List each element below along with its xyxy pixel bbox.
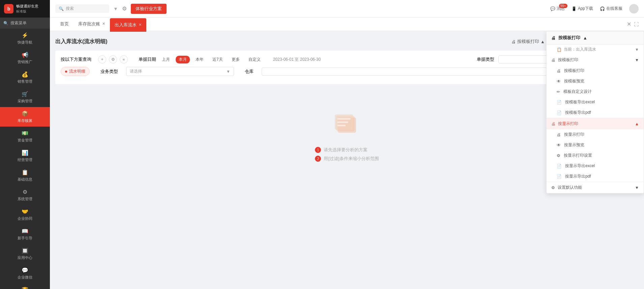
sidebar-item-营销推广[interactable]: 📢 营销推广 [0, 48, 50, 68]
date-7days[interactable]: 近7天 [209, 56, 226, 63]
tab-batch-account[interactable]: 库存批次账 ✕ [74, 18, 110, 31]
template-design-item[interactable]: ✏ 模板自定义设计 [547, 86, 644, 97]
empty-tip-2: 2 用[过滤]条件来缩小分析范围 [315, 154, 379, 163]
sidebar-item-应用中心[interactable]: 🔲 应用中心 [0, 244, 50, 264]
date-this-year[interactable]: 本年 [193, 56, 207, 63]
message-badge: 99+ [559, 4, 567, 8]
display-print-icon: 🖨 [557, 132, 561, 137]
topbar-search[interactable]: 🔍 搜索 [55, 4, 109, 13]
display-print-header-icon: 🖨 [551, 122, 555, 126]
panel-close-button[interactable]: ✕ [627, 21, 631, 27]
sidebar-icon: 📖 [22, 228, 28, 234]
sidebar-item-基础信息[interactable]: 📋 基础信息 [0, 166, 50, 185]
template-export-pdf-label: 按模板导出pdf [565, 110, 591, 115]
sidebar-item-企业微信[interactable]: 💬 企业微信 [0, 264, 50, 283]
warehouse-label: 仓库 [245, 69, 254, 75]
template-export-excel-item[interactable]: 📄 按模板导出excel [547, 97, 644, 107]
collapse-filter-button[interactable]: « [120, 55, 128, 63]
topbar-settings-icon[interactable]: ⚙ [122, 5, 127, 12]
sidebar-icon: 💵 [22, 130, 28, 136]
dropdown-current-label: 📋 当前：出入库流水 ▼ [547, 45, 644, 54]
footer-arrow: ▼ [635, 185, 639, 190]
add-filter-button[interactable]: + [98, 55, 106, 63]
display-print-item-label: 按显示打印 [564, 132, 584, 137]
display-preview-item[interactable]: 👁 按显示预览 [547, 140, 644, 150]
sidebar-icon: 📢 [22, 52, 28, 58]
date-custom[interactable]: 自定义 [245, 56, 264, 63]
sidebar-item-销售管理[interactable]: 💰 销售管理 [0, 68, 50, 87]
footer-label: 设置默认功能 [558, 185, 582, 190]
tab-stock-flow-close[interactable]: ✕ [139, 23, 142, 27]
template-pdf-icon: 📄 [557, 110, 562, 115]
svg-rect-3 [337, 118, 351, 120]
date-last-month[interactable]: 上月 [159, 56, 173, 63]
sidebar-item-系统管理[interactable]: ⚙ 系统管理 [0, 185, 50, 205]
dropdown-arrow-up: ▲ [583, 35, 587, 41]
display-preview-icon: 👁 [557, 143, 561, 148]
sidebar-icon: 🏆 [22, 287, 28, 289]
display-print-label: 按显示打印 [558, 121, 578, 127]
sidebar-item-资金管理[interactable]: 💵 资金管理 [0, 127, 50, 146]
receipt-type-label: 单据类型 [477, 56, 494, 62]
sidebar-item-经营管理[interactable]: 📊 经营管理 [0, 146, 50, 166]
topbar-dropdown-icon[interactable]: ▼ [113, 6, 118, 11]
business-type-arrow: ▼ [226, 69, 230, 74]
panel-expand-button[interactable]: ⛶ [634, 22, 639, 27]
tip-text-1: 请先选择要分析的方案 [324, 146, 368, 154]
display-excel-icon: 📄 [557, 164, 562, 168]
print-template-button[interactable]: 🖨 按模板打印 ▲ [511, 38, 545, 45]
headset-icon: 🎧 [600, 6, 605, 11]
filter-tag[interactable]: 流水明细 [61, 67, 90, 76]
sidebar-label: 企业协同 [18, 216, 32, 221]
dropdown-header: 🖨 按模板打印 ▲ [547, 31, 644, 45]
sidebar-icon: 🔲 [22, 247, 28, 254]
user-avatar[interactable] [629, 4, 639, 14]
sidebar-item-库存核算[interactable]: 📦 库存核算 [0, 107, 50, 127]
tab-batch-account-close[interactable]: ✕ [102, 22, 105, 26]
template-print-item[interactable]: 🖨 按模板打印 [547, 65, 644, 76]
display-preview-label: 按显示预览 [564, 142, 584, 148]
tab-batch-account-label: 库存批次账 [78, 21, 100, 27]
phone-icon: 📱 [572, 6, 577, 11]
filter-actions: + ⚙ « [98, 55, 128, 63]
template-preview-item[interactable]: 👁 按模板预览 [547, 76, 644, 86]
filter-tag-dot [65, 71, 67, 73]
display-print-item[interactable]: 🖨 按显示打印 [547, 129, 644, 140]
app-download-label: App下载 [578, 6, 593, 11]
sidebar-item-新手引导[interactable]: 📖 新手引导 [0, 225, 50, 244]
template-preview-item-label: 按模板预览 [564, 78, 584, 84]
app-download-item[interactable]: 📱 App下载 [572, 6, 593, 11]
industry-solution-button[interactable]: 体验行业方案 [131, 4, 167, 14]
app-name: 畅捷通好生意 [16, 4, 38, 9]
date-this-month[interactable]: 本月 [176, 56, 190, 63]
display-section-arrow: ▲ [635, 122, 639, 126]
business-type-select[interactable]: 请选择 ▼ [126, 67, 234, 76]
sidebar-item-采购管理[interactable]: 🛒 采购管理 [0, 87, 50, 107]
tab-home[interactable]: 首页 [55, 18, 74, 31]
dropdown-footer[interactable]: ⚙ 设置默认功能 ▼ [547, 182, 644, 193]
sidebar-item-畅会员[interactable]: 🏆 畅会员 [0, 283, 50, 289]
sidebar-label: 快捷导航 [18, 40, 32, 45]
search-menu-item[interactable]: 🔍 搜索菜单 [0, 18, 50, 29]
template-print-icon: 🖨 [551, 58, 555, 62]
search-menu-label: 搜索菜单 [10, 20, 27, 26]
display-pdf-icon: 📄 [557, 174, 562, 179]
tab-stock-flow[interactable]: 出入库流水 ✕ [110, 18, 146, 32]
display-export-excel-item[interactable]: 📄 按显示导出excel [547, 161, 644, 171]
display-print-header[interactable]: 🖨 按显示打印 ▲ [547, 118, 644, 129]
display-export-pdf-item[interactable]: 📄 按显示导出pdf [547, 171, 644, 182]
current-flow-icon: 📋 [557, 47, 562, 52]
sidebar-item-快捷导航[interactable]: ⚡ 快捷导航 [0, 29, 50, 48]
online-service-item[interactable]: 🎧 在线客服 [600, 6, 622, 11]
sidebar-item-企业协同[interactable]: 🤝 企业协同 [0, 205, 50, 225]
template-section-arrow: ▼ [635, 58, 639, 62]
message-item[interactable]: 💬 消息 99+ [550, 6, 565, 11]
filter-settings-button[interactable]: ⚙ [109, 55, 117, 63]
template-print-header[interactable]: 🖨 按模板打印 ▼ [547, 54, 644, 65]
date-more[interactable]: 更多 [229, 56, 243, 63]
dropdown-panel: 🖨 按模板打印 ▲ 📋 当前：出入库流水 ▼ 🖨 按模板打印 ▼ [546, 31, 644, 193]
display-print-section: 🖨 按显示打印 ▲ 🖨 按显示打印 👁 按显示预览 ⚙ 按显示打印设置 [547, 118, 644, 182]
template-export-pdf-item[interactable]: 📄 按模板导出pdf [547, 107, 644, 118]
display-print-settings-item[interactable]: ⚙ 按显示打印设置 [547, 150, 644, 161]
printer-icon: 🖨 [511, 39, 516, 44]
